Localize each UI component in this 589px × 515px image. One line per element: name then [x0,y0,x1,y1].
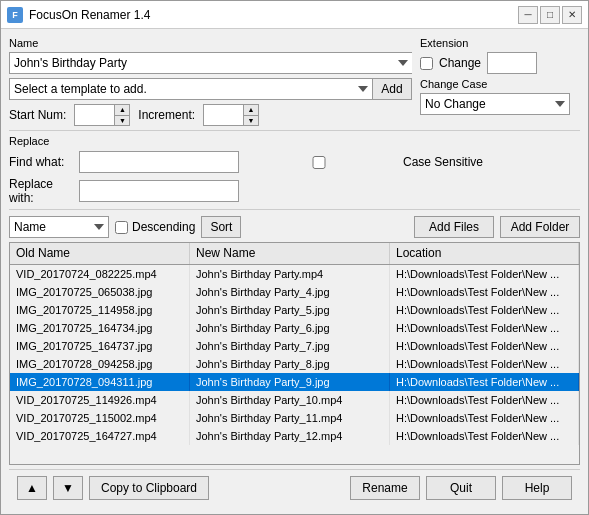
add-template-button[interactable]: Add [372,78,412,100]
increment-spinbox-buttons: ▲ ▼ [243,104,259,126]
table-row[interactable]: IMG_20170725_065038.jpg John's Birthday … [10,283,579,301]
find-input[interactable] [79,151,239,173]
sort-button[interactable]: Sort [201,216,241,238]
ext-value-input[interactable]: jpg [487,52,537,74]
window-title: FocusOn Renamer 1.4 [29,8,518,22]
start-down-button[interactable]: ▼ [115,115,129,126]
cell-new-name: John's Birthday Party_11.mp4 [190,409,390,427]
cell-new-name: John's Birthday Party_12.mp4 [190,427,390,445]
cell-new-name: John's Birthday Party_10.mp4 [190,391,390,409]
increment-up-button[interactable]: ▲ [244,105,258,115]
main-window: F FocusOn Renamer 1.4 ─ □ ✕ Name John's … [0,0,589,515]
cell-old-name: VID_20170725_114926.mp4 [10,391,190,409]
replace-input[interactable] [79,180,239,202]
ext-row: Change jpg [420,52,580,74]
cell-old-name: VID_20170724_082225.mp4 [10,265,190,283]
cell-location: H:\Downloads\Test Folder\New ... [390,319,579,337]
titlebar: F FocusOn Renamer 1.4 ─ □ ✕ [1,1,588,29]
increment-spinbox: 1 ▲ ▼ [203,104,259,126]
change-case-select[interactable]: No Change [420,93,570,115]
table-row[interactable]: IMG_20170728_094258.jpg John's Birthday … [10,355,579,373]
close-button[interactable]: ✕ [562,6,582,24]
table-row[interactable]: VID_20170724_082225.mp4 John's Birthday … [10,265,579,283]
table-header: Old Name New Name Location [10,243,579,265]
start-label: Start Num: [9,108,66,122]
cell-new-name: John's Birthday Party_9.jpg [190,373,390,391]
table-row[interactable]: VID_20170725_115002.mp4 John's Birthday … [10,409,579,427]
increment-input[interactable]: 1 [203,104,243,126]
col-location: Location [390,243,579,264]
cell-old-name: VID_20170725_164727.mp4 [10,427,190,445]
titlebar-buttons: ─ □ ✕ [518,6,582,24]
cell-location: H:\Downloads\Test Folder\New ... [390,409,579,427]
table-row[interactable]: IMG_20170728_094311.jpg John's Birthday … [10,373,579,391]
change-ext-checkbox[interactable] [420,57,433,70]
cell-location: H:\Downloads\Test Folder\New ... [390,427,579,445]
cell-location: H:\Downloads\Test Folder\New ... [390,265,579,283]
cell-old-name: IMG_20170725_114958.jpg [10,301,190,319]
descending-checkbox[interactable] [115,221,128,234]
start-spinbox-buttons: ▲ ▼ [114,104,130,126]
start-spinbox: 1 ▲ ▼ [74,104,130,126]
col-new-name: New Name [190,243,390,264]
replace-section: Replace Find what: Case Sensitive Replac… [9,130,580,205]
help-button[interactable]: Help [502,476,572,500]
case-sensitive-group: Case Sensitive [239,155,580,169]
table-row[interactable]: IMG_20170725_164737.jpg John's Birthday … [10,337,579,355]
replace-with-label: Replace with: [9,177,79,205]
case-sensitive-label: Case Sensitive [403,155,483,169]
cell-location: H:\Downloads\Test Folder\New ... [390,373,579,391]
file-table: Old Name New Name Location VID_20170724_… [9,242,580,465]
sort-by-select[interactable]: Name [9,216,109,238]
copy-to-clipboard-button[interactable]: Copy to Clipboard [89,476,209,500]
cell-old-name: IMG_20170728_094258.jpg [10,355,190,373]
cell-new-name: John's Birthday Party_7.jpg [190,337,390,355]
cell-old-name: IMG_20170725_164734.jpg [10,319,190,337]
descending-label: Descending [132,220,195,234]
name-select[interactable]: John's Birthday Party [9,52,412,74]
cell-new-name: John's Birthday Party_8.jpg [190,355,390,373]
move-up-button[interactable]: ▲ [17,476,47,500]
cell-old-name: VID_20170725_115002.mp4 [10,409,190,427]
extension-label: Extension [420,37,580,49]
add-files-button[interactable]: Add Files [414,216,494,238]
start-input[interactable]: 1 [74,104,114,126]
cell-old-name: IMG_20170725_065038.jpg [10,283,190,301]
change-case-label: Change Case [420,78,580,90]
name-input-row: John's Birthday Party [9,52,412,74]
table-row[interactable]: IMG_20170725_114958.jpg John's Birthday … [10,301,579,319]
bottom-bar: ▲ ▼ Copy to Clipboard Rename Quit Help [9,469,580,506]
maximize-button[interactable]: □ [540,6,560,24]
table-row[interactable]: VID_20170725_114926.mp4 John's Birthday … [10,391,579,409]
find-label: Find what: [9,155,79,169]
col-old-name: Old Name [10,243,190,264]
table-row[interactable]: IMG_20170725_164734.jpg John's Birthday … [10,319,579,337]
replace-grid: Find what: Case Sensitive Replace with: [9,151,580,205]
start-increment-row: Start Num: 1 ▲ ▼ Increment: 1 ▲ ▼ [9,104,412,126]
increment-down-button[interactable]: ▼ [244,115,258,126]
descending-group: Descending [115,220,195,234]
table-row[interactable]: VID_20170725_164727.mp4 John's Birthday … [10,427,579,445]
main-content: Name John's Birthday Party Select a temp… [1,29,588,514]
app-icon: F [7,7,23,23]
cell-location: H:\Downloads\Test Folder\New ... [390,283,579,301]
name-label: Name [9,37,412,49]
replace-label: Replace [9,135,580,147]
minimize-button[interactable]: ─ [518,6,538,24]
sort-bar-right: Add Files Add Folder [414,216,580,238]
cell-new-name: John's Birthday Party_6.jpg [190,319,390,337]
move-down-button[interactable]: ▼ [53,476,83,500]
template-select[interactable]: Select a template to add. [9,78,372,100]
sort-bar: Name Descending Sort Add Files Add Folde… [9,209,580,238]
cell-new-name: John's Birthday Party_5.jpg [190,301,390,319]
start-up-button[interactable]: ▲ [115,105,129,115]
increment-label: Increment: [138,108,195,122]
quit-button[interactable]: Quit [426,476,496,500]
cell-old-name: IMG_20170728_094311.jpg [10,373,190,391]
table-body[interactable]: VID_20170724_082225.mp4 John's Birthday … [10,265,579,464]
change-ext-label: Change [439,56,481,70]
add-folder-button[interactable]: Add Folder [500,216,580,238]
case-sensitive-checkbox[interactable] [239,156,399,169]
top-section: Name John's Birthday Party Select a temp… [9,37,580,126]
rename-button[interactable]: Rename [350,476,420,500]
